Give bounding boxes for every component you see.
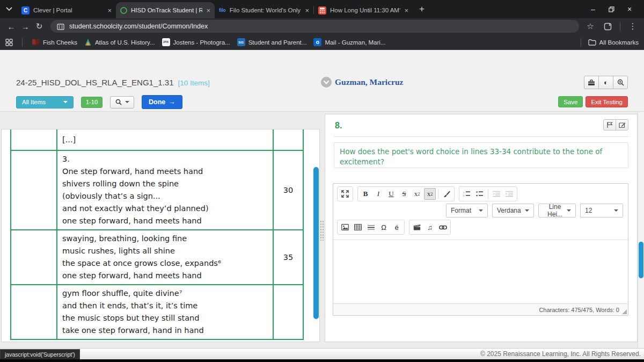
- font-family-dropdown[interactable]: Verdana: [492, 204, 534, 218]
- insert-image-icon[interactable]: [339, 221, 351, 233]
- special-char-omega-icon[interactable]: Ω: [378, 221, 390, 233]
- back-button[interactable]: ←: [4, 19, 18, 33]
- restore-button[interactable]: [602, 0, 620, 18]
- tab-list-chevron-button[interactable]: [2, 2, 16, 16]
- font-size-label: 12: [585, 207, 592, 214]
- tab-close-icon[interactable]: ×: [206, 6, 210, 15]
- site-info-building-icon[interactable]: [57, 23, 64, 30]
- italic-button[interactable]: I: [372, 188, 384, 200]
- caret-down-icon: [63, 101, 68, 103]
- superscript-button[interactable]: x2: [424, 188, 436, 200]
- paragraph-format-dropdown[interactable]: Format: [446, 204, 488, 218]
- bookmark-sis[interactable]: SIS Student and Parent...: [237, 38, 307, 46]
- editor-resize-grip[interactable]: [622, 309, 627, 314]
- bookmark-jostens[interactable]: JPIX Jostens - Photogra...: [162, 38, 230, 46]
- character-count: Characters: 475/475, Words: 0: [539, 307, 619, 313]
- apps-grid-icon[interactable]: [5, 39, 13, 46]
- tab-filo-student[interactable]: filo Filo Student: World's Only Live ×: [215, 2, 313, 18]
- page-scrollbar-thumb[interactable]: [639, 242, 643, 278]
- insert-table-icon[interactable]: [352, 221, 364, 233]
- briefcase-icon: [588, 79, 595, 86]
- maximize-group: [337, 186, 353, 201]
- content-area: [...] 3. One step forward, hand meets ha…: [0, 112, 644, 348]
- text-style-group: B I U S x2 x2: [357, 186, 455, 201]
- poem-line: [...]: [62, 134, 268, 146]
- calculator-favicon: [318, 6, 326, 15]
- tab-close-icon[interactable]: ×: [404, 6, 408, 15]
- poem-line: take one step forward, hand in hand: [62, 324, 268, 337]
- media-group: ♫: [409, 220, 451, 235]
- close-window-button[interactable]: ×: [620, 0, 639, 18]
- insert-audio-icon[interactable]: ♫: [424, 221, 436, 233]
- done-button[interactable]: Done →: [142, 95, 182, 109]
- toolbar-separator: [620, 22, 620, 31]
- browser-window: C Clever | Portal × HISD OnTrack Student…: [0, 0, 644, 362]
- poem-table: [...] 3. One step forward, hand meets ha…: [10, 129, 304, 340]
- search-dropdown-button[interactable]: [110, 96, 134, 108]
- save-button[interactable]: Save: [558, 96, 583, 107]
- svg-text:2: 2: [463, 194, 464, 197]
- insert-video-icon[interactable]: [411, 221, 423, 233]
- exit-testing-button[interactable]: Exit Testing: [586, 96, 628, 107]
- answer-editor: B I U S x2 x2 12: [333, 183, 628, 316]
- page-scrollbar-track[interactable]: [638, 112, 644, 348]
- flag-question-button[interactable]: [603, 119, 616, 131]
- horizontal-rule-icon[interactable]: [365, 221, 377, 233]
- bookmark-fish-cheeks[interactable]: Fish Cheeks: [32, 39, 77, 46]
- item-range-button[interactable]: 1-10: [81, 97, 103, 108]
- indent-icon[interactable]: [503, 188, 515, 200]
- contrast-button[interactable]: ◐: [598, 76, 613, 89]
- maximize-icon[interactable]: [339, 188, 351, 200]
- strikethrough-button[interactable]: S: [398, 188, 410, 200]
- svg-text:1: 1: [463, 191, 464, 194]
- remove-format-brush-icon[interactable]: [441, 188, 452, 200]
- tab-clever-portal[interactable]: C Clever | Portal ×: [17, 2, 116, 18]
- tab-how-long-until[interactable]: How Long Until 11:30 AM? - In ×: [314, 2, 413, 18]
- poem-line: gym floor shuffle, quite divine⁷: [62, 287, 268, 300]
- notes-edit-button[interactable]: [616, 119, 628, 131]
- minimize-button[interactable]: –: [584, 0, 602, 18]
- numbered-list-icon[interactable]: 12: [461, 188, 473, 200]
- format-label: Format: [451, 207, 471, 214]
- reload-button[interactable]: ↻: [32, 19, 46, 33]
- bookmark-star-icon[interactable]: ☆: [583, 19, 597, 33]
- item-filter-controls: All Items 1-10 Done →: [16, 95, 182, 109]
- answer-textarea[interactable]: [333, 240, 628, 303]
- poem-text-cell: swaying, breathing, looking fine music r…: [57, 230, 273, 285]
- tab-hisd-ontrack[interactable]: HISD OnTrack Student | Renais ×: [116, 2, 215, 18]
- bold-button[interactable]: B: [360, 188, 371, 200]
- browser-menu-kebab-icon[interactable]: ⋮: [626, 19, 640, 33]
- new-tab-button[interactable]: +: [415, 2, 429, 16]
- all-bookmarks-button[interactable]: All Bookmarks: [588, 39, 639, 46]
- underline-button[interactable]: U: [385, 188, 397, 200]
- address-bar[interactable]: student.schoolcity.com/student/Common/In…: [50, 20, 579, 33]
- subscript-2: 2: [418, 192, 420, 197]
- poem-text-cell: 3. One step forward, hand meets hand shi…: [57, 150, 273, 230]
- insert-link-icon[interactable]: [437, 221, 449, 233]
- bullet-list-icon[interactable]: [474, 188, 486, 200]
- poem-line: one step forward, hand meets hand: [62, 215, 268, 227]
- student-chevron-icon[interactable]: [321, 77, 332, 88]
- passage-scrollbar-thumb[interactable]: [313, 167, 319, 319]
- font-label: Verdana: [497, 207, 521, 214]
- all-items-dropdown[interactable]: All Items: [16, 96, 74, 108]
- poem-line: and then it ends, that’s it, it’s time: [62, 300, 268, 312]
- bookmark-outlook-mail[interactable]: o Mail - Guzman, Mari...: [313, 38, 385, 46]
- side-panel-icon[interactable]: [601, 19, 614, 33]
- font-size-dropdown[interactable]: 12: [580, 204, 623, 218]
- toolbar-group-separator: [488, 189, 488, 199]
- toolkit-button[interactable]: [584, 76, 599, 89]
- accented-char-icon[interactable]: é: [391, 221, 402, 233]
- line-height-dropdown[interactable]: Line Hei...: [538, 204, 576, 218]
- bookmark-atlas[interactable]: Atlas of U.S. History...: [84, 39, 155, 46]
- tab-close-icon[interactable]: ×: [305, 6, 309, 15]
- forward-button[interactable]: →: [18, 19, 32, 33]
- bookmark-label: Mail - Guzman, Mari...: [325, 39, 385, 46]
- subscript-button[interactable]: x2: [411, 188, 423, 200]
- tab-close-icon[interactable]: ×: [107, 6, 112, 15]
- panel-resize-grip[interactable]: [320, 220, 325, 241]
- zoom-button[interactable]: [613, 76, 628, 89]
- items-count-badge: [10 Items]: [178, 79, 210, 87]
- outdent-icon[interactable]: [491, 188, 502, 200]
- poem-line: (obviously that’s a sign...: [62, 190, 268, 202]
